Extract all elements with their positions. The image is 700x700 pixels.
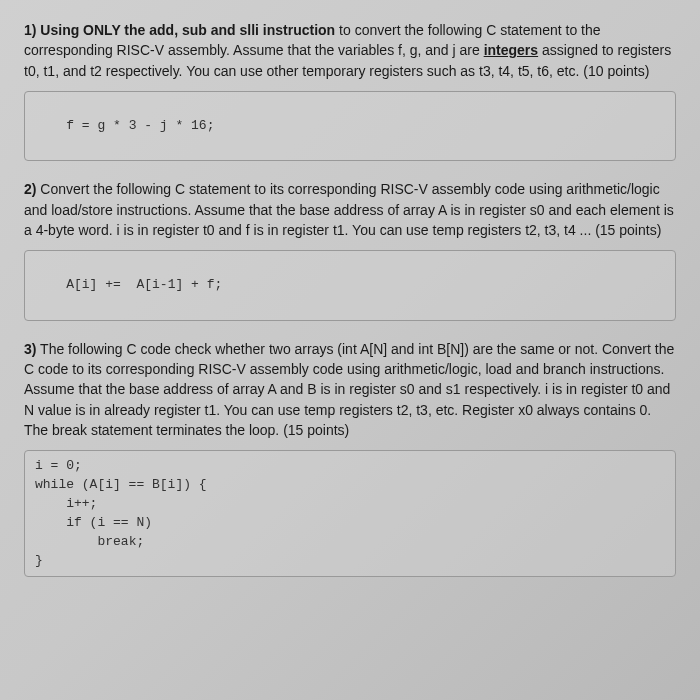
q1-text: 1) Using ONLY the add, sub and slli inst… (24, 20, 676, 81)
q3-code-box: i = 0; while (A[i] == B[i]) { i++; if (i… (24, 450, 676, 577)
q3-body: The following C code check whether two a… (24, 341, 674, 438)
q1-code-box: f = g * 3 - j * 16; (24, 91, 676, 162)
q3-code: i = 0; while (A[i] == B[i]) { i++; if (i… (35, 458, 207, 567)
question-3: 3) The following C code check whether tw… (24, 339, 676, 578)
q2-body: Convert the following C statement to its… (24, 181, 674, 238)
q1-number: 1) (24, 22, 36, 38)
q2-code-box: A[i] += A[i-1] + f; (24, 250, 676, 321)
question-1: 1) Using ONLY the add, sub and slli inst… (24, 20, 676, 161)
q2-code: A[i] += A[i-1] + f; (66, 277, 222, 292)
q2-text: 2) Convert the following C statement to … (24, 179, 676, 240)
q1-lead-bold: Using ONLY the add, sub and slli instruc… (40, 22, 335, 38)
question-2: 2) Convert the following C statement to … (24, 179, 676, 320)
q3-text: 3) The following C code check whether tw… (24, 339, 676, 440)
q1-integers: integers (484, 42, 538, 58)
q2-number: 2) (24, 181, 36, 197)
q1-code: f = g * 3 - j * 16; (66, 118, 214, 133)
q3-number: 3) (24, 341, 36, 357)
